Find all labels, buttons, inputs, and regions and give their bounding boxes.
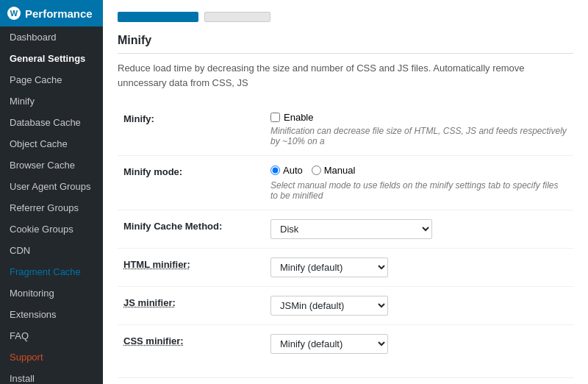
js-minifier-row: JS minifier: JSMin (default) <box>118 287 573 325</box>
sidebar-item-referrer-groups[interactable]: Referrer Groups <box>0 197 103 218</box>
sidebar-item-database-cache[interactable]: Database Cache <box>0 112 103 133</box>
minify-mode-row: Minify mode: Auto Manual <box>118 156 573 210</box>
js-minifier-label: JS minifier: <box>118 287 265 325</box>
minify-mode-subdesc: Select manual mode to use fields on the … <box>270 180 567 201</box>
radio-auto-label[interactable]: Auto <box>270 165 303 176</box>
radio-manual-text: Manual <box>324 165 356 176</box>
main-content: Minify Reduce load time by decreasing th… <box>103 0 588 384</box>
sidebar-item-extensions[interactable]: Extensions <box>0 304 103 325</box>
minify-enable-row: Minify: Enable Minification can decrease… <box>118 103 573 156</box>
radio-auto[interactable] <box>270 166 280 175</box>
sidebar-item-browser-cache[interactable]: Browser Cache <box>0 154 103 176</box>
css-minifier-label: CSS minifier: <box>118 325 265 363</box>
sidebar-header[interactable]: Performance <box>0 0 103 26</box>
radio-row-container: Auto Manual Select manual mode to use fi… <box>270 165 567 201</box>
radio-manual-label[interactable]: Manual <box>312 165 356 176</box>
html-minifier-row: HTML minifier: Minify (default) <box>118 249 573 287</box>
html-minifier-label: HTML minifier: <box>118 249 265 287</box>
sidebar-item-cookie-groups[interactable]: Cookie Groups <box>0 218 103 240</box>
enable-check-wrapper: Enable <box>270 112 313 123</box>
minify-enable-subdesc: Minification can decrease file size of H… <box>270 126 567 146</box>
save-settings-top-button[interactable] <box>118 12 198 22</box>
minify-section-heading: Minify <box>118 34 573 54</box>
minify-enable-checkbox[interactable] <box>270 113 280 122</box>
top-buttons-row <box>118 12 573 22</box>
sidebar-item-cdn[interactable]: CDN <box>0 240 103 261</box>
minify-enable-label: Minify: <box>118 103 265 156</box>
minify-mode-label: Minify mode: <box>118 156 265 210</box>
empty-cache-top-button[interactable] <box>204 12 270 22</box>
html-minifier-select[interactable]: Minify (default) <box>270 257 388 277</box>
minify-cache-method-cell: Disk <box>265 210 573 249</box>
bottom-buttons-row: Save all settings Empty cache <box>118 377 573 384</box>
sidebar-item-dashboard[interactable]: Dashboard <box>0 26 103 48</box>
minify-description: Reduce load time by decreasing the size … <box>118 61 573 90</box>
radio-manual[interactable] <box>312 166 321 175</box>
sidebar-item-page-cache[interactable]: Page Cache <box>0 69 103 90</box>
css-minifier-select[interactable]: Minify (default) <box>270 334 388 354</box>
sidebar-item-fragment-cache[interactable]: Fragment Cache <box>0 261 103 282</box>
html-minifier-cell: Minify (default) <box>265 249 573 287</box>
radio-options: Auto Manual <box>270 165 567 176</box>
js-minifier-label-text: JS minifier: <box>123 297 176 308</box>
minify-enable-cell: Enable Minification can decrease file si… <box>265 103 573 156</box>
sidebar-title: Performance <box>25 7 93 20</box>
minify-cache-method-select[interactable]: Disk <box>270 219 432 239</box>
sidebar-item-general-settings[interactable]: General Settings <box>0 48 103 69</box>
sidebar-item-install[interactable]: Install <box>0 368 103 384</box>
minify-mode-cell: Auto Manual Select manual mode to use fi… <box>265 156 573 210</box>
css-minifier-label-text: CSS minifier: <box>123 335 184 346</box>
html-minifier-label-text: HTML minifier: <box>123 259 190 270</box>
minify-enable-checkbox-label: Enable <box>284 112 313 123</box>
enable-checkbox-container: Enable Minification can decrease file si… <box>270 112 567 146</box>
radio-auto-text: Auto <box>283 165 303 176</box>
sidebar-item-user-agent-groups[interactable]: User Agent Groups <box>0 176 103 197</box>
css-minifier-row: CSS minifier: Minify (default) <box>118 325 573 363</box>
css-minifier-cell: Minify (default) <box>265 325 573 363</box>
sidebar-item-minify[interactable]: Minify <box>0 90 103 112</box>
minify-cache-method-row: Minify Cache Method: Disk <box>118 210 573 249</box>
sidebar-item-support[interactable]: Support <box>0 346 103 368</box>
settings-table: Minify: Enable Minification can decrease… <box>118 103 573 363</box>
js-minifier-cell: JSMin (default) <box>265 287 573 325</box>
sidebar-item-object-cache[interactable]: Object Cache <box>0 133 103 154</box>
sidebar-item-monitoring[interactable]: Monitoring <box>0 282 103 304</box>
content-area: Minify Reduce load time by decreasing th… <box>103 0 588 384</box>
sidebar-item-faq[interactable]: FAQ <box>0 325 103 346</box>
js-minifier-select[interactable]: JSMin (default) <box>270 296 388 316</box>
sidebar: Performance Dashboard General Settings P… <box>0 0 103 384</box>
minify-cache-method-label: Minify Cache Method: <box>118 210 265 249</box>
sidebar-logo <box>7 7 21 20</box>
